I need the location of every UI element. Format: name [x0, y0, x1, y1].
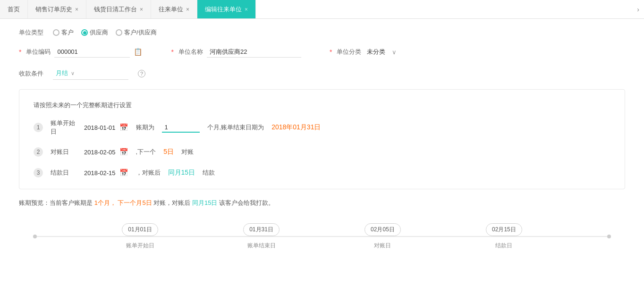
- preview-middle: 对账，对账后: [153, 199, 190, 206]
- unit-category-group: * 单位分类 未分类 ∨: [330, 48, 397, 56]
- timeline-label-2: 账单结束日: [247, 242, 276, 250]
- preview-label: 账期预览：当前客户账期是: [19, 199, 93, 206]
- tab-home-label: 首页: [8, 5, 20, 14]
- preview-text: 账期预览：当前客户账期是 1个月， 下一个月5日 对账，对账后 同月15日 该客…: [19, 199, 625, 207]
- timeline-node-2: 01月31日 账单结束日: [243, 223, 280, 250]
- tab-edit-partner-label: 编辑往来单位: [205, 5, 242, 14]
- unit-type-radio-group: 客户 供应商 客户/供应商: [53, 28, 157, 37]
- timeline-pill-1: 01月01日: [122, 223, 158, 236]
- period-row-2-cal-icon[interactable]: 📅: [119, 148, 128, 156]
- unit-type-row: 单位类型 客户 供应商 客户/供应商: [19, 28, 625, 37]
- unit-code-copy-icon[interactable]: 📋: [134, 48, 143, 56]
- period-row-3: 3 结款日 2018-02-15 📅 ，对账后 同月15日 结款: [34, 168, 610, 177]
- timeline-pill-3: 02月05日: [364, 223, 401, 236]
- timeline-label-4: 结款日: [495, 242, 512, 250]
- unit-name-label: 单位名称: [178, 48, 203, 56]
- preview-section: 账期预览：当前客户账期是 1个月， 下一个月5日 对账，对账后 同月15日 该客…: [19, 199, 625, 264]
- period-row-1: 1 账单开始日 2018-01-01 📅 账期为 个月,账单结束日期为 2018…: [34, 119, 610, 136]
- unit-category-star: *: [330, 48, 332, 56]
- radio-customer[interactable]: 客户: [53, 28, 74, 37]
- close-cash-ledger-icon[interactable]: ×: [140, 6, 143, 13]
- unit-category-dropdown-icon[interactable]: ∨: [392, 49, 397, 56]
- radio-supplier[interactable]: 供应商: [81, 28, 108, 37]
- timeline-pill-2: 01月31日: [243, 223, 280, 236]
- period-row-3-cal-icon[interactable]: 📅: [119, 169, 128, 177]
- period-row-3-date-group: 2018-02-15 📅: [84, 169, 128, 177]
- tab-edit-partner[interactable]: 编辑往来单位 ×: [197, 0, 256, 18]
- tab-cash-ledger[interactable]: 钱货日清工作台 ×: [86, 0, 151, 18]
- unit-category-value: 未分类: [367, 48, 385, 56]
- period-row-2-label: 对账日: [51, 148, 76, 156]
- unit-code-group: * 单位编码 📋: [19, 46, 143, 58]
- preview-part2: 下一个月5日: [118, 199, 152, 206]
- period-row-1-cal-icon[interactable]: 📅: [119, 123, 128, 132]
- period-row-2-date-group: 2018-02-05 📅: [84, 148, 128, 156]
- payment-terms-value: 月结: [56, 69, 68, 77]
- period-row-2-date: 2018-02-05: [84, 149, 116, 156]
- period-row-1-end-date: 2018年01月31日: [271, 123, 321, 132]
- page-content: 单位类型 客户 供应商 客户/供应商 * 单位编码 📋 * 单位名称: [0, 19, 644, 287]
- tab-sales-history-label: 销售订单历史: [35, 5, 72, 14]
- tab-partners-label: 往来单位: [159, 5, 183, 14]
- preview-part3: 同月15日: [192, 199, 217, 206]
- close-partners-icon[interactable]: ×: [186, 6, 189, 13]
- unit-category-label: 单位分类: [337, 48, 361, 56]
- period-row-1-prefix: 账期为: [136, 123, 154, 132]
- period-row-3-suffix: 结款: [203, 169, 215, 177]
- timeline-node-3: 02月05日 对账日: [364, 223, 401, 250]
- radio-circle-customer: [53, 29, 59, 36]
- tab-bar: 首页 销售订单历史 × 钱货日清工作台 × 往来单位 × 编辑往来单位 × ›: [0, 0, 644, 19]
- period-row-1-label: 账单开始日: [51, 119, 76, 136]
- period-row-2: 2 对账日 2018-02-05 📅 ,下一个 5日 对账: [34, 147, 610, 157]
- timeline-node-4: 02月15日 结款日: [486, 223, 522, 250]
- tab-more-button[interactable]: ›: [632, 0, 644, 18]
- radio-both[interactable]: 客户/供应商: [116, 28, 157, 37]
- unit-name-input[interactable]: [207, 46, 301, 58]
- unit-code-label: 单位编码: [26, 48, 51, 56]
- close-sales-history-icon[interactable]: ×: [75, 6, 78, 13]
- chevron-right-icon: ›: [637, 6, 639, 13]
- tab-home[interactable]: 首页: [0, 0, 28, 18]
- timeline: 01月01日 账单开始日 01月31日 账单结束日 02月05日 对账日 02月…: [19, 219, 625, 254]
- unit-name-star: *: [171, 48, 173, 56]
- help-icon[interactable]: ?: [138, 70, 145, 77]
- period-row-3-highlight: 同月15日: [168, 169, 195, 177]
- period-row-2-prefix: ,下一个: [136, 148, 156, 156]
- period-row-3-label: 结款日: [51, 169, 76, 177]
- unit-info-row: * 单位编码 📋 * 单位名称 * 单位分类 未分类 ∨: [19, 46, 625, 58]
- radio-circle-supplier: [81, 29, 88, 36]
- close-edit-partner-icon[interactable]: ×: [245, 6, 248, 13]
- radio-customer-label: 客户: [61, 28, 74, 37]
- timeline-line: [33, 236, 611, 237]
- tab-sales-history[interactable]: 销售订单历史 ×: [28, 0, 86, 18]
- payment-terms-row: 收款条件 月结 ∨ ?: [19, 67, 625, 80]
- period-row-1-date: 2018-01-01: [84, 124, 116, 131]
- period-box: 请按照未来的一个完整帐期进行设置 1 账单开始日 2018-01-01 📅 账期…: [19, 89, 625, 189]
- radio-both-label: 客户/供应商: [124, 28, 157, 37]
- timeline-label-3: 对账日: [374, 242, 391, 250]
- period-row-2-highlight: 5日: [163, 148, 174, 156]
- period-box-title: 请按照未来的一个完整帐期进行设置: [34, 101, 610, 110]
- period-row-1-date-group: 2018-01-01 📅: [84, 123, 128, 132]
- preview-part1: 1个月，: [94, 199, 116, 206]
- period-row-2-suffix: 对账: [181, 148, 194, 156]
- payment-terms-arrow-icon: ∨: [71, 70, 75, 76]
- period-row-3-date: 2018-02-15: [84, 169, 116, 177]
- payment-terms-dropdown[interactable]: 月结 ∨: [53, 67, 128, 80]
- timeline-pill-4: 02月15日: [486, 223, 522, 236]
- timeline-label-1: 账单开始日: [126, 242, 154, 250]
- period-row-3-prefix: ，对账后: [136, 169, 161, 177]
- timeline-node-1: 01月01日 账单开始日: [122, 223, 158, 250]
- tab-cash-ledger-label: 钱货日清工作台: [94, 5, 137, 14]
- unit-type-label: 单位类型: [19, 28, 43, 37]
- period-row-1-suffix: 个月,账单结束日期为: [207, 123, 264, 132]
- unit-code-star: *: [19, 48, 21, 56]
- unit-code-input[interactable]: [54, 46, 130, 58]
- period-row-1-num: 1: [34, 123, 43, 132]
- payment-terms-label: 收款条件: [19, 69, 43, 78]
- period-row-3-num: 3: [34, 168, 43, 177]
- period-row-2-num: 2: [34, 147, 43, 157]
- tab-partners[interactable]: 往来单位 ×: [151, 0, 197, 18]
- radio-supplier-label: 供应商: [90, 28, 108, 37]
- period-months-input[interactable]: [162, 123, 200, 133]
